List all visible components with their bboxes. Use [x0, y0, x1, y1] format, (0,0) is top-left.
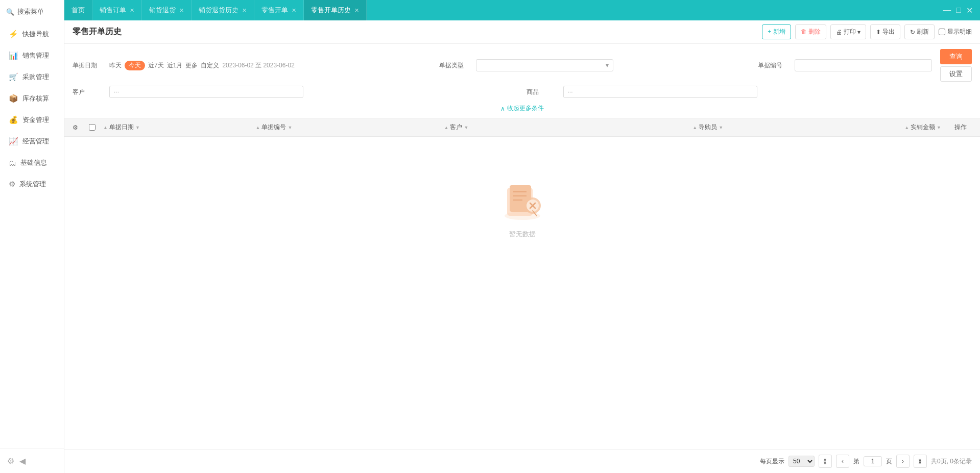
pagination: 每页显示 50 10 20 100 ⟪ ‹ 第 页 › ⟫ 共0页, 0条记录 — [64, 449, 980, 473]
per-page-label: 每页显示 — [760, 457, 784, 466]
sidebar-bottom: ⚙ ◀ — [0, 449, 64, 473]
collapse-label: 收起更多条件 — [507, 104, 544, 113]
refresh-label: 刷新 — [917, 28, 929, 36]
tab-retail-open-close[interactable]: ✕ — [292, 7, 296, 14]
shortcut-custom[interactable]: 自定义 — [201, 61, 219, 70]
shortcut-yesterday[interactable]: 昨天 — [109, 61, 122, 70]
goods-filter-select[interactable]: ··· — [563, 86, 757, 98]
sidebar-item-operations[interactable]: 📈 经营管理 — [0, 131, 64, 152]
prev-page-button[interactable]: ‹ — [836, 455, 849, 468]
window-maximize-icon[interactable]: □ — [956, 6, 961, 15]
sort-up-icon-amt: ▲ — [904, 125, 909, 130]
basic-info-icon: 🗂 — [9, 159, 16, 167]
sidebar-item-sys-mgmt[interactable]: ⚙ 系统管理 — [0, 173, 64, 195]
sidebar-search-label: 搜索菜单 — [17, 7, 44, 16]
sort-down-icon: ▼ — [135, 125, 140, 130]
print-button[interactable]: 🖨 打印 ▾ — [830, 24, 866, 39]
next-page-button[interactable]: › — [896, 455, 910, 468]
sidebar-item-label: 资金管理 — [22, 115, 49, 125]
page-label: 第 — [853, 457, 859, 466]
th-customer[interactable]: ▲ 客户 ▼ — [440, 123, 689, 132]
first-page-button[interactable]: ⟪ — [819, 455, 832, 468]
shortcut-7days[interactable]: 近7天 — [148, 61, 164, 70]
sidebar-item-basic-info[interactable]: 🗂 基础信息 — [0, 152, 64, 173]
window-minimize-icon[interactable]: — — [943, 6, 951, 15]
add-button[interactable]: + 新增 — [762, 24, 791, 39]
sort-down-icon-sp: ▼ — [719, 125, 723, 130]
quick-nav-icon: ⚡ — [9, 30, 18, 39]
tab-sales-return[interactable]: 销货退货 ✕ — [142, 0, 192, 20]
topnav-right: — □ ✕ — [943, 6, 980, 15]
select-all-checkbox[interactable] — [89, 124, 95, 131]
export-button[interactable]: ⬆ 导出 — [870, 24, 900, 39]
page-number-input[interactable] — [864, 456, 882, 466]
tab-retail-open[interactable]: 零售开单 ✕ — [254, 0, 304, 20]
setting-button[interactable]: 设置 — [940, 66, 972, 82]
tab-home[interactable]: 首页 — [64, 0, 92, 20]
sidebar-item-label: 采购管理 — [22, 72, 49, 82]
collapse-sidebar-icon[interactable]: ◀ — [19, 456, 26, 466]
type-filter-select[interactable]: ▾ — [476, 59, 613, 71]
th-amount[interactable]: ▲ 实销金额 ▼ — [817, 123, 945, 132]
sidebar-item-quick-nav[interactable]: ⚡ 快捷导航 — [0, 23, 64, 45]
tab-retail-open-history-close[interactable]: ✕ — [354, 7, 359, 14]
print-label: 打印 — [844, 28, 856, 36]
toolbar: 零售开单历史 + 新增 🗑 删除 🖨 打印 ▾ ⬆ 导出 ↻ 刷新 显示明细 — [64, 20, 980, 44]
window-close-icon[interactable]: ✕ — [966, 6, 973, 15]
th-amount-label: 实销金额 — [911, 123, 935, 132]
delete-button[interactable]: 🗑 删除 — [795, 24, 826, 39]
operations-icon: 📈 — [9, 137, 18, 146]
th-date-label: 单据日期 — [109, 123, 134, 132]
sidebar: 🔍 搜索菜单 ⚡ 快捷导航 📊 销售管理 🛒 采购管理 📦 库存核算 💰 资金管… — [0, 0, 64, 473]
th-action-label: 操作 — [954, 123, 967, 132]
customer-filter-select[interactable]: ··· — [109, 86, 303, 98]
sidebar-item-sales-mgmt[interactable]: 📊 销售管理 — [0, 45, 64, 66]
customer-select-dots: ··· — [114, 88, 119, 95]
th-salesperson[interactable]: ▲ 导购员 ▼ — [688, 123, 817, 132]
sidebar-item-label: 销售管理 — [22, 51, 49, 60]
tab-sales-return-close[interactable]: ✕ — [179, 7, 184, 14]
refresh-button[interactable]: ↻ 刷新 — [904, 24, 935, 39]
empty-text: 暂无数据 — [509, 230, 536, 239]
no-filter-input[interactable] — [795, 59, 932, 71]
last-page-button[interactable]: ⟫ — [914, 455, 927, 468]
sidebar-item-finance[interactable]: 💰 资金管理 — [0, 109, 64, 131]
shortcut-1month[interactable]: 近1月 — [167, 61, 183, 70]
show-detail-checkbox[interactable] — [939, 29, 945, 35]
tab-sales-order-close[interactable]: ✕ — [130, 7, 134, 14]
settings-bottom-icon[interactable]: ⚙ — [7, 456, 14, 466]
total-info: 共0页, 0条记录 — [931, 457, 972, 466]
filter-row-1: 单据日期 昨天 今天 近7天 近1月 更多 自定义 2023-06-02 至 2… — [73, 49, 972, 82]
tab-sales-order[interactable]: 销售订单 ✕ — [92, 0, 142, 20]
th-date[interactable]: ▲ 单据日期 ▼ — [99, 123, 251, 132]
table-gear-icon[interactable]: ⚙ — [73, 124, 78, 131]
show-detail-toggle[interactable]: 显示明细 — [939, 28, 972, 36]
th-checkbox[interactable] — [85, 124, 99, 131]
th-settings[interactable]: ⚙ — [68, 124, 85, 131]
shortcut-more[interactable]: 更多 — [185, 61, 198, 70]
sidebar-item-inventory[interactable]: 📦 库存核算 — [0, 88, 64, 109]
collapse-chevron-icon: ∧ — [500, 105, 505, 112]
per-page-select[interactable]: 50 10 20 100 — [788, 456, 815, 467]
sidebar-item-purchase-mgmt[interactable]: 🛒 采购管理 — [0, 66, 64, 88]
table-area: ⚙ ▲ 单据日期 ▼ ▲ 单据编号 ▼ ▲ 客户 ▼ — [64, 118, 980, 449]
sort-down-icon-no: ▼ — [288, 125, 292, 130]
date-filter-label: 单据日期 — [73, 61, 101, 70]
sort-down-icon-cust: ▼ — [464, 125, 468, 130]
collapse-filter-bar[interactable]: ∧ 收起更多条件 — [73, 102, 972, 113]
th-no-label: 单据编号 — [261, 123, 286, 132]
th-no[interactable]: ▲ 单据编号 ▼ — [251, 123, 440, 132]
sidebar-search[interactable]: 🔍 搜索菜单 — [0, 0, 64, 23]
inventory-icon: 📦 — [9, 94, 18, 103]
sidebar-item-label: 经营管理 — [22, 137, 49, 146]
export-label: 导出 — [882, 28, 895, 36]
query-button[interactable]: 查询 — [940, 49, 972, 64]
tab-sales-return-history[interactable]: 销货退货历史 ✕ — [192, 0, 254, 20]
table-header: ⚙ ▲ 单据日期 ▼ ▲ 单据编号 ▼ ▲ 客户 ▼ — [64, 118, 980, 137]
shortcut-today[interactable]: 今天 — [125, 61, 145, 70]
tab-retail-open-history[interactable]: 零售开单历史 ✕ — [304, 0, 367, 20]
export-icon: ⬆ — [876, 29, 881, 36]
no-filter-label: 单据编号 — [758, 61, 786, 70]
tab-home-label: 首页 — [71, 6, 85, 15]
tab-sales-return-history-close[interactable]: ✕ — [242, 7, 247, 14]
